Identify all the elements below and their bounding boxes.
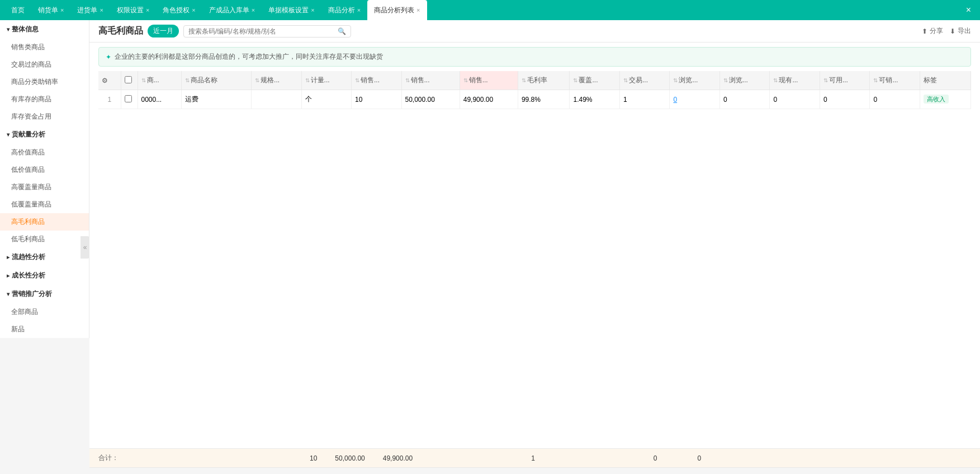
row-available: 0 (820, 90, 869, 109)
nav-close-permission[interactable]: × (146, 7, 149, 13)
nav-finished-goods[interactable]: 产成品入库单 × (202, 0, 262, 20)
footer-available: 0 (694, 454, 705, 462)
sidebar-section-overall[interactable]: ▾ 整体信息 (0, 20, 89, 39)
horizontal-scrollbar[interactable] (89, 467, 980, 474)
sidebar-section-marketing[interactable]: ▾ 营销推广分析 (0, 285, 89, 303)
sort-icon-3: ⇅ (255, 77, 259, 83)
nav-close-purchase-order[interactable]: × (100, 7, 103, 13)
select-all-checkbox[interactable] (125, 76, 132, 83)
row-tag: 高收入 (920, 90, 970, 109)
sidebar-collapse-button[interactable]: « (81, 236, 89, 259)
table-container[interactable]: ⚙ ⇅ 商... ⇅ (89, 71, 980, 448)
sidebar-item-low-value[interactable]: 低价值商品 (0, 161, 89, 179)
chevron-right-icon-2: ▸ (7, 273, 10, 279)
col-settings[interactable]: ⚙ (98, 71, 121, 90)
col-saleable[interactable]: ⇅ 可销... (870, 71, 920, 90)
sidebar-section-flow[interactable]: ▸ 流趋性分析 (0, 248, 89, 266)
col-sales-amount[interactable]: ⇅ 销售... (401, 71, 460, 90)
nav-close-finished[interactable]: × (252, 7, 255, 13)
sort-icon-13: ⇅ (773, 77, 778, 83)
sidebar-item-sales-goods[interactable]: 销售类商品 (0, 39, 89, 56)
sidebar-item-traded-goods[interactable]: 交易过的商品 (0, 56, 89, 73)
sidebar-section-contribution[interactable]: ▾ 贡献量分析 (0, 125, 89, 144)
export-icon: ⬇ (950, 27, 955, 35)
row-view2: 0 (719, 90, 769, 109)
sidebar-item-high-coverage[interactable]: 高覆盖量商品 (0, 179, 89, 196)
col-sales-cost[interactable]: ⇅ 销售... (460, 71, 518, 90)
col-unit[interactable]: ⇅ 计量... (301, 71, 351, 90)
main-layout: ▾ 整体信息 销售类商品 交易过的商品 商品分类助销率 有库存的商品 库存资金占… (0, 20, 980, 474)
nav-purchase-order[interactable]: 进货单 × (70, 0, 110, 20)
nav-permission-settings[interactable]: 权限设置 × (110, 0, 156, 20)
sidebar-item-high-margin[interactable]: 高毛利商品 (0, 213, 89, 231)
col-code[interactable]: ⇅ 商... (138, 71, 181, 90)
row-select-checkbox[interactable] (125, 95, 132, 102)
sort-icon-4: ⇅ (305, 77, 310, 83)
share-button[interactable]: ⬆ 分享 (922, 26, 943, 36)
nav-goods-analysis[interactable]: 商品分析 × (321, 0, 367, 20)
sidebar-section-contribution-items: 高价值商品 低价值商品 高覆盖量商品 低覆盖量商品 高毛利商品 低毛利商品 (0, 144, 89, 248)
nav-close-template[interactable]: × (311, 7, 314, 13)
col-checkbox (121, 71, 138, 90)
nav-close-role[interactable]: × (192, 7, 195, 13)
col-sales-qty[interactable]: ⇅ 销售... (352, 71, 401, 90)
row-view1[interactable]: 0 (670, 90, 719, 109)
header-actions: ⬆ 分享 ⬇ 导出 (922, 26, 971, 36)
nav-template-settings[interactable]: 单据模板设置 × (262, 0, 321, 20)
top-nav: 首页 销货单 × 进货单 × 权限设置 × 角色授权 × 产成品入库单 × 单据… (0, 0, 980, 20)
footer-sales-qty: 10 (306, 454, 320, 462)
footer-sales-amount: 50,000.00 (332, 454, 368, 462)
row-checkbox (121, 90, 138, 109)
col-name[interactable]: ⇅ 商品名称 (181, 71, 252, 90)
col-tag[interactable]: 标签 (920, 71, 970, 90)
share-icon: ⬆ (922, 27, 927, 35)
col-spec[interactable]: ⇅ 规格... (252, 71, 301, 90)
sidebar-item-low-coverage[interactable]: 低覆盖量商品 (0, 196, 89, 213)
nav-close-sales-order[interactable]: × (60, 7, 64, 13)
sidebar-item-new-goods[interactable]: 新品 (0, 321, 89, 338)
sidebar-item-stock-fund[interactable]: 库存资金占用 (0, 108, 89, 125)
sidebar-item-in-stock[interactable]: 有库存的商品 (0, 91, 89, 108)
col-current-stock[interactable]: ⇅ 现有... (770, 71, 820, 90)
export-button[interactable]: ⬇ 导出 (950, 26, 971, 36)
sort-icon-11: ⇅ (673, 77, 678, 83)
nav-goods-analysis-list[interactable]: 商品分析列表 × (367, 0, 427, 20)
sidebar-item-all-goods[interactable]: 全部商品 (0, 303, 89, 321)
col-view2[interactable]: ⇅ 浏览... (719, 71, 769, 90)
sort-icon-14: ⇅ (823, 77, 828, 83)
nav-close-goods-analysis[interactable]: × (357, 7, 361, 13)
content-area: 高毛利商品 近一月 🔍 ⬆ 分享 ⬇ 导出 ✦ 企业的主要的利润都是这部分商品创… (89, 20, 980, 474)
col-available[interactable]: ⇅ 可用... (820, 71, 869, 90)
sidebar-item-category-rate[interactable]: 商品分类助销率 (0, 73, 89, 91)
sort-icon-10: ⇅ (623, 77, 628, 83)
sort-icon: ⇅ (141, 77, 146, 83)
col-transaction[interactable]: ⇅ 交易... (619, 71, 669, 90)
search-input[interactable] (188, 27, 335, 35)
sidebar-item-high-value[interactable]: 高价值商品 (0, 144, 89, 161)
nav-close-goods-list[interactable]: × (416, 7, 420, 13)
nav-sales-order[interactable]: 销货单 × (31, 0, 70, 20)
chevron-right-icon: ▸ (7, 254, 10, 260)
sort-icon-2: ⇅ (185, 77, 190, 83)
sidebar-section-marketing-items: 全部商品 新品 (0, 303, 89, 338)
sort-icon-8: ⇅ (522, 77, 526, 83)
sort-icon-6: ⇅ (405, 77, 410, 83)
col-coverage[interactable]: ⇅ 覆盖... (570, 71, 619, 90)
sidebar-section-growth[interactable]: ▸ 成长性分析 (0, 266, 89, 285)
search-icon[interactable]: 🔍 (338, 27, 346, 35)
window-close-button[interactable]: × (962, 5, 976, 15)
sort-icon-9: ⇅ (573, 77, 577, 83)
footer-label: 合计： (98, 453, 119, 463)
table-row: 1 0000... 运费 (98, 90, 971, 109)
page-title: 高毛利商品 (98, 25, 143, 37)
table-header-row: ⚙ ⇅ 商... ⇅ (98, 71, 971, 90)
footer-bar: 合计： 10 50,000.00 49,900.00 1 0 0 (89, 448, 980, 467)
sidebar-item-low-margin[interactable]: 低毛利商品 (0, 231, 89, 248)
col-view1[interactable]: ⇅ 浏览... (670, 71, 719, 90)
nav-role-auth[interactable]: 角色授权 × (156, 0, 202, 20)
sort-icon-7: ⇅ (463, 77, 468, 83)
col-gross-margin[interactable]: ⇅ 毛利率 (518, 71, 570, 90)
nav-home[interactable]: 首页 (4, 0, 31, 20)
time-filter-button[interactable]: 近一月 (148, 25, 179, 37)
search-box: 🔍 (183, 25, 351, 37)
